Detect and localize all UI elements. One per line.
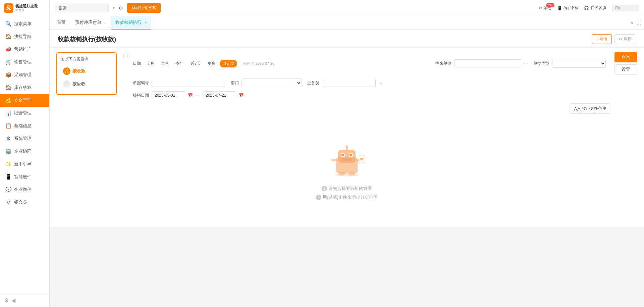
- wechat-icon: 💬: [5, 187, 11, 193]
- sidebar-item-purchase[interactable]: 📦 采购管理: [0, 68, 49, 81]
- tabbar-actions: ✕ ⛶: [630, 20, 641, 25]
- query-btn[interactable]: 查询: [614, 52, 637, 62]
- sidebar-item-quick-nav[interactable]: 🏠 快捷导航: [0, 30, 49, 43]
- industry-btn[interactable]: 休验行业方案: [127, 3, 161, 13]
- date-custom-badge[interactable]: 自定义: [220, 60, 237, 67]
- partner-input[interactable]: [454, 59, 521, 67]
- verify-date-start-input[interactable]: [152, 91, 185, 99]
- page-content: 收款核销执行(按收款) ↑ 导出 ↺ 刷新 按以下方: [50, 30, 644, 307]
- filter-staff-field: 业务员 ···: [307, 79, 382, 87]
- sidebar-item-operations[interactable]: 📊 经营管理: [0, 107, 49, 119]
- sidebar-item-hardware[interactable]: 📱 智能硬件: [0, 170, 49, 183]
- topbar-msg-btn[interactable]: ✉ 消息 99+: [539, 5, 552, 11]
- collapse-sidebar-icon[interactable]: ◀: [11, 297, 15, 304]
- date-btn-7days[interactable]: 近7天: [188, 60, 204, 67]
- collapse-more-btn[interactable]: ⋀⋀ 收起更多条件: [570, 103, 610, 114]
- verify-date-label: 核销日期: [133, 93, 149, 98]
- verify-date-start-cal-icon[interactable]: 📅: [188, 93, 193, 98]
- settings-bottom-icon[interactable]: ⚙: [4, 297, 9, 304]
- sidebar-item-system[interactable]: ⚙ 系统管理: [0, 132, 49, 145]
- filter-option-by-receivable[interactable]: ⏱ 按应收: [60, 78, 113, 90]
- topbar-right: ✉ 消息 99+ 📱 App下载 🎧 在线客服 Rit: [539, 5, 639, 11]
- date-label: 日期: [133, 61, 141, 66]
- export-btn-label: 导出: [599, 36, 607, 42]
- sidebar-item-basic-info[interactable]: 📋 基础信息: [0, 119, 49, 132]
- empty-tip-1-text: 请先选择要分析的方案: [328, 186, 372, 192]
- topbar-chevron-icon[interactable]: ▾: [113, 6, 115, 10]
- sidebar-item-label: 企业微信: [14, 187, 32, 193]
- tab-receipt-label: 收款核销执行: [115, 19, 142, 25]
- svg-rect-2: [338, 150, 356, 163]
- filter-row-1: 日期 上月 本月 本年 近7天 更多 自定义: [133, 52, 637, 74]
- service-label: 在线客服: [590, 5, 606, 11]
- date-btn-this-year[interactable]: 本年: [173, 60, 186, 67]
- svg-rect-9: [341, 159, 352, 161]
- cooperation-icon: 🏢: [5, 148, 11, 154]
- filter-option-label: 按收款: [72, 68, 86, 74]
- date-btn-last-month[interactable]: 上月: [144, 60, 157, 67]
- tabbar-window-close-icon[interactable]: ✕: [630, 20, 634, 25]
- filter-option-label: 按应收: [72, 81, 86, 87]
- doctype-select[interactable]: [552, 59, 606, 68]
- collapse-more-label: 收起更多条件: [582, 106, 606, 111]
- sidebar-item-search-menu[interactable]: 🔍 搜索菜单: [0, 17, 49, 30]
- receivable-option-icon: ⏱: [63, 80, 70, 88]
- sidebar-item-marketing[interactable]: 📣 营销推广: [0, 43, 49, 56]
- date-btn-more[interactable]: 更多: [205, 60, 218, 67]
- topbar-user-area[interactable]: Rit: [612, 5, 639, 11]
- docno-input[interactable]: [152, 79, 225, 87]
- export-btn[interactable]: ↑ 导出: [592, 34, 612, 44]
- setting-btn[interactable]: 设置: [614, 64, 637, 74]
- tab-receipt-close-icon[interactable]: ×: [144, 20, 146, 24]
- sidebar-item-label: 营销推广: [14, 46, 32, 52]
- collapse-left-panel-btn[interactable]: 《: [123, 53, 129, 59]
- content-wrapper: 收款核销执行(按收款) ↑ 导出 ↺ 刷新 按以下方: [50, 30, 644, 227]
- topbar-gear-icon[interactable]: ⚙: [119, 5, 123, 11]
- tab-receipt[interactable]: 收款核销执行 ×: [111, 16, 151, 30]
- filter-fields: 日期 上月 本月 本年 近7天 更多 自定义: [133, 52, 637, 114]
- sidebar-item-cooperation[interactable]: 🏢 企业协同: [0, 145, 49, 158]
- staff-input[interactable]: [322, 79, 376, 87]
- sidebar-item-member[interactable]: V 畅会员: [0, 196, 49, 209]
- sidebar-bottom: ⚙ ◀: [0, 294, 49, 307]
- sidebar-item-label: 经营管理: [14, 110, 32, 116]
- date-options-group: 上月 本月 本年 近7天 更多 自定义: [144, 60, 237, 67]
- empty-tip-1: 1 请先选择要分析的方案: [322, 186, 372, 192]
- verify-date-end-cal-icon[interactable]: 📅: [239, 93, 244, 98]
- tab-prepay-close-icon[interactable]: ×: [104, 20, 106, 24]
- member-icon: V: [5, 200, 11, 205]
- sidebar-item-inventory[interactable]: 🏠 库存核算: [0, 81, 49, 94]
- refresh-icon: ↺: [619, 37, 622, 42]
- staff-dots-icon[interactable]: ···: [378, 80, 382, 86]
- partner-dots-icon[interactable]: ···: [524, 61, 528, 66]
- svg-rect-10: [331, 159, 337, 161]
- tip-num-2: 2: [316, 195, 321, 200]
- partner-label: 往来单位: [435, 61, 451, 66]
- dept-label: 部门: [231, 80, 239, 86]
- tabbar-expand-icon[interactable]: ⛶: [637, 20, 641, 25]
- sidebar-item-label: 采购管理: [14, 72, 32, 78]
- quick-nav-icon: 🏠: [5, 34, 11, 40]
- svg-point-6: [350, 154, 352, 156]
- tab-prepay[interactable]: 预付冲应付单 ×: [70, 16, 111, 30]
- marketing-icon: 📣: [5, 46, 11, 52]
- verify-date-end-input[interactable]: [203, 91, 236, 99]
- logo-area: 兔 畅捷通好生意 标准版: [0, 0, 49, 16]
- tab-home[interactable]: 首页: [52, 16, 70, 30]
- filter-date-field: 日期 上月 本月 本年 近7天 更多 自定义: [133, 60, 237, 67]
- sidebar-item-finance[interactable]: 💰 资金管理: [0, 94, 49, 107]
- dept-select[interactable]: [241, 79, 302, 87]
- sidebar-item-label: 库存核算: [14, 85, 32, 91]
- sidebar-item-sales[interactable]: 🛒 销售管理: [0, 56, 49, 68]
- filter-doctype-field: 单据类型: [533, 59, 606, 68]
- msg-badge: 99+: [546, 3, 554, 7]
- date-btn-this-month[interactable]: 本月: [158, 60, 172, 67]
- refresh-btn[interactable]: ↺ 刷新: [614, 34, 636, 44]
- page-actions: ↑ 导出 ↺ 刷新: [592, 34, 636, 44]
- filter-option-by-receipt[interactable]: 💰 按收款: [60, 65, 113, 77]
- sidebar-item-guide[interactable]: ✨ 新手引导: [0, 158, 49, 170]
- topbar-app-btn[interactable]: 📱 App下载: [557, 5, 579, 11]
- topbar-service-btn[interactable]: 🎧 在线客服: [584, 5, 606, 11]
- topbar-search-input[interactable]: [55, 4, 109, 12]
- sidebar-item-wechat[interactable]: 💬 企业微信: [0, 183, 49, 196]
